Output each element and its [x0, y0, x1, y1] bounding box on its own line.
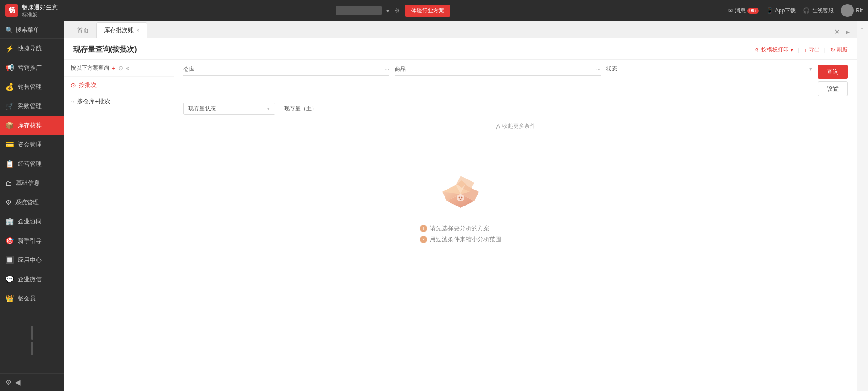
product-more-icon[interactable]: ···	[596, 66, 601, 72]
filter-scheme-settings-icon[interactable]: ⊙	[118, 65, 123, 71]
sidebar-settings-icon[interactable]: ⚙	[5, 378, 11, 386]
tab-inventory-batch[interactable]: 库存批次账 ×	[96, 22, 147, 38]
print-icon: 🖨	[754, 47, 759, 53]
apps-icon: 🔲	[5, 256, 14, 264]
collapse-label: 收起更多条件	[502, 122, 535, 130]
message-badge: 99+	[747, 8, 759, 14]
message-icon: ✉	[728, 7, 733, 14]
gear-icon[interactable]: ⚙	[394, 7, 400, 14]
sidebar-item-apps[interactable]: 🔲 应用中心	[0, 250, 64, 270]
sidebar-item-label: 库存核算	[18, 121, 42, 130]
scheme-active-icon: ⊙	[71, 81, 76, 89]
sidebar-item-label: 营销推广	[18, 64, 42, 72]
export-btn[interactable]: ↑ 导出	[804, 46, 820, 54]
sidebar-item-label: 快捷导航	[18, 44, 42, 53]
operation-icon: 📋	[5, 160, 14, 168]
sidebar-item-member[interactable]: 👑 畅会员	[0, 289, 64, 308]
top-bar: 畅 畅康通好生意 标准版 ▾ ⚙ 体验行业方案 ✉ 消息 99+ 📱 App下载…	[0, 0, 868, 21]
message-item[interactable]: ✉ 消息 99+	[728, 7, 759, 15]
app-title: 畅康通好生意	[22, 3, 58, 11]
quick-nav-icon: ⚡	[5, 44, 14, 53]
top-bar-left: 畅 畅康通好生意 标准版	[5, 3, 58, 18]
phone-icon: 📱	[766, 7, 773, 14]
inventory-status-chevron: ▾	[267, 106, 270, 112]
try-industry-button[interactable]: 体验行业方案	[405, 5, 450, 17]
page-header: 现存量查询(按批次) 🖨 按模板打印 ▾ | ↑ 导出 | ↻	[64, 38, 857, 60]
tab-home[interactable]: 首页	[70, 23, 96, 38]
sidebar-item-operation[interactable]: 📋 经营管理	[0, 154, 64, 174]
sidebar-item-enterprise[interactable]: 🏢 企业协同	[0, 212, 64, 231]
sidebar-item-label: 采购管理	[18, 102, 42, 110]
scheme-item-by-warehouse-batch[interactable]: ○ 按仓库+批次	[64, 93, 174, 110]
sidebar-item-quick-nav[interactable]: ⚡ 快捷导航	[0, 39, 64, 58]
empty-tips: 1 请先选择要分析的方案 2 用过滤条件来缩小分析范围	[420, 224, 501, 244]
print-label: 按模板打印	[761, 46, 789, 54]
sidebar-item-newbie[interactable]: 🎯 新手引导	[0, 231, 64, 250]
avatar	[841, 4, 854, 17]
warehouse-input[interactable]	[197, 65, 385, 73]
online-service-label: 在线客服	[812, 7, 834, 15]
settings-button[interactable]: 设置	[818, 81, 848, 96]
page-content: 现存量查询(按批次) 🖨 按模板打印 ▾ | ↑ 导出 | ↻	[64, 38, 857, 391]
wechat-icon: 💬	[5, 275, 14, 283]
sidebar-item-basic[interactable]: 🗂 基础信息	[0, 174, 64, 193]
status-field[interactable]: 状态 ▾	[606, 65, 812, 75]
app-download-label: App下载	[775, 7, 796, 15]
query-button[interactable]: 查询	[818, 65, 848, 79]
filter-header-label: 按以下方案查询	[71, 64, 109, 72]
sidebar-collapse-icon[interactable]: ◀	[15, 378, 21, 386]
tab-bar: 首页 库存批次账 × ✕ ▶	[64, 21, 857, 38]
sidebar-item-label: 资金管理	[18, 141, 42, 149]
sidebar-item-purchase[interactable]: 🛒 采购管理	[0, 97, 64, 116]
sidebar-search[interactable]: 🔍 搜索菜单	[0, 21, 64, 39]
scheme-inactive-icon: ○	[71, 98, 74, 105]
user-item[interactable]: Rit	[841, 4, 863, 17]
filter-body: 按以下方案查询 + ⊙ « ⊙ 按批次 ○ 按仓库+批次	[64, 60, 857, 139]
sidebar-item-label: 经营管理	[18, 160, 42, 168]
tab-right-actions: ✕ ▶	[830, 26, 852, 38]
print-dropdown-icon[interactable]: ▾	[791, 47, 793, 53]
tab-right-arrow-icon[interactable]: ▶	[844, 27, 852, 37]
print-btn[interactable]: 🖨 按模板打印 ▾	[754, 46, 793, 54]
product-input[interactable]	[408, 65, 596, 73]
sidebar-item-finance[interactable]: 💳 资金管理	[0, 135, 64, 154]
filter-header: 按以下方案查询 + ⊙ «	[64, 60, 174, 77]
svg-point-8	[461, 197, 463, 198]
filter-add-icon[interactable]: +	[112, 65, 115, 72]
app-download-item[interactable]: 📱 App下载	[766, 7, 796, 15]
inventory-status-field[interactable]: 现存量状态 ▾	[183, 103, 275, 115]
marketing-icon: 📢	[5, 64, 14, 72]
qty-min-input[interactable]	[330, 104, 367, 113]
sidebar-item-label: 系统管理	[15, 198, 39, 206]
right-action-strip: ›	[857, 21, 868, 391]
breadcrumb-input[interactable]	[336, 6, 382, 15]
message-label: 消息	[735, 7, 746, 15]
sidebar-item-sales[interactable]: 💰 销售管理	[0, 77, 64, 97]
sidebar-item-inventory[interactable]: 📦 库存核算	[0, 116, 64, 135]
empty-tip-2: 2 用过滤条件来缩小分析范围	[420, 235, 501, 244]
status-label: 状态	[606, 65, 617, 73]
tab-close-big-icon[interactable]: ✕	[830, 26, 844, 38]
tab-close-icon[interactable]: ×	[137, 27, 139, 33]
enterprise-icon: 🏢	[5, 217, 14, 226]
filter-collapse-icon[interactable]: «	[126, 65, 129, 71]
warehouse-more-icon[interactable]: ···	[385, 66, 389, 72]
sidebar-item-system[interactable]: ⚙ 系统管理	[0, 193, 64, 212]
right-strip-arrow[interactable]: ›	[857, 27, 868, 30]
scheme-item-by-batch[interactable]: ⊙ 按批次	[64, 77, 174, 93]
collapse-button[interactable]: ⋀ 收起更多条件	[183, 119, 848, 134]
sidebar-item-marketing[interactable]: 📢 营销推广	[0, 58, 64, 77]
purchase-icon: 🛒	[5, 102, 14, 110]
product-label: 商品	[395, 65, 406, 73]
sidebar-item-label: 畅会员	[18, 294, 36, 303]
empty-state: 1 请先选择要分析的方案 2 用过滤条件来缩小分析范围	[64, 139, 857, 271]
action-buttons: 查询 设置	[818, 65, 848, 96]
top-bar-center: ▾ ⚙ 体验行业方案	[336, 5, 450, 17]
dropdown-arrow-icon[interactable]: ▾	[386, 7, 390, 14]
online-service-item[interactable]: 🎧 在线客服	[803, 7, 834, 15]
tip2-num: 2	[420, 236, 427, 243]
tip2-text: 用过滤条件来缩小分析范围	[430, 235, 501, 244]
sidebar-item-wechat[interactable]: 💬 企业微信	[0, 270, 64, 289]
refresh-btn[interactable]: ↻ 刷新	[830, 46, 848, 54]
filter-row2: 现存量状态 ▾ 现存量（主） —	[183, 103, 848, 115]
